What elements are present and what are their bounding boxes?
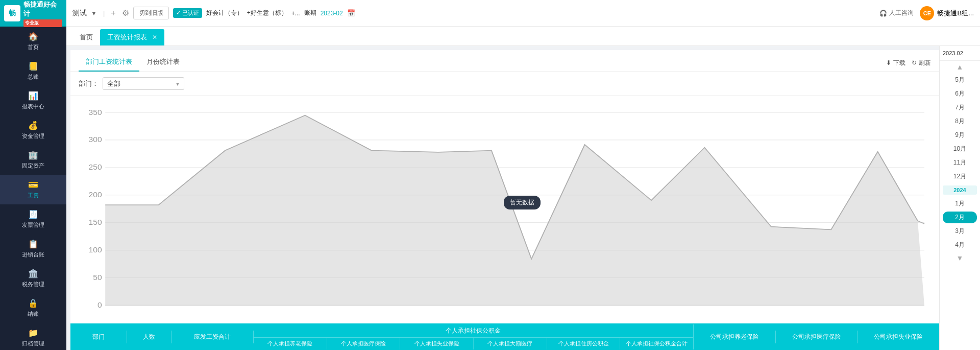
app-name: 畅捷通好会计 — [23, 0, 62, 18]
col-company-medical: 公司承担医疗保险 — [776, 331, 858, 343]
sidebar-label-sales: 进销台账 — [22, 251, 44, 259]
svg-text:350: 350 — [89, 108, 102, 116]
date-month-9[interactable]: 9月 — [940, 128, 980, 142]
date-up-btn[interactable]: ▲ — [940, 61, 980, 73]
settings-gear-icon[interactable]: ⚙ — [122, 8, 129, 18]
home-icon: 🏠 — [28, 32, 38, 41]
topbar-dropdown[interactable]: ▼ — [91, 10, 97, 17]
date-month-6[interactable]: 6月 — [940, 87, 980, 101]
date-month-5[interactable]: 5月 — [940, 73, 980, 87]
col-company-pension: 公司承担养老保险 — [694, 331, 776, 343]
sidebar-label-tax: 税务管理 — [22, 281, 44, 288]
date-current: 2023.02 — [943, 50, 963, 56]
chart-area: 350 300 250 200 150 100 50 0 — [70, 96, 939, 323]
ledger-icon: 📒 — [28, 61, 38, 71]
svg-marker-17 — [105, 115, 924, 306]
sidebar-item-funds[interactable]: 💰 资金管理 — [0, 115, 66, 145]
app-logo: 畅 畅捷通好会计 专业版 — [0, 0, 66, 27]
sidebar-item-invoice[interactable]: 🧾 发票管理 — [0, 204, 66, 234]
funds-icon: 💰 — [28, 121, 38, 130]
chart-panel: 部门工资统计表 月份统计表 ⬇ 下载 ↻ 刷新 — [70, 50, 939, 350]
invoice-icon: 🧾 — [28, 209, 38, 219]
logo-text-wrap: 畅捷通好会计 专业版 — [23, 0, 62, 27]
payroll-icon: 💳 — [28, 180, 38, 190]
dept-select[interactable]: 全部 — [103, 77, 184, 90]
col-company-pension-label: 公司承担养老保险 — [710, 333, 759, 340]
calendar-icon[interactable]: 📅 — [347, 9, 355, 17]
col-group-individual: 个人承担社保公积金 个人承担养老保险 个人承担医疗保险 个人承担失业保险 个人承… — [254, 324, 694, 349]
sidebar-item-sales[interactable]: 📋 进销台账 — [0, 234, 66, 264]
date-2024-m4[interactable]: 4月 — [940, 238, 980, 252]
topbar-right: 🎧 人工咨询 CE 畅捷通B组... — [879, 6, 974, 20]
group-cells: 个人承担养老保险 个人承担医疗保险 个人承担失业保险 个人承担大额医疗 个人承担… — [254, 338, 693, 349]
tab-close-icon[interactable]: ✕ — [152, 34, 157, 41]
add-button[interactable]: + — [111, 9, 115, 18]
tab-payroll-report[interactable]: 工资统计报表 ✕ — [100, 29, 164, 45]
topbar-title: 测试 — [72, 9, 87, 18]
tab-payroll-report-label: 工资统计报表 — [107, 33, 147, 41]
user-menu[interactable]: CE 畅捷通B组... — [920, 6, 974, 20]
assets-icon: 🏢 — [28, 150, 38, 160]
col-company-medical-label: 公司承担医疗保险 — [792, 333, 841, 340]
help-btn[interactable]: 🎧 人工咨询 — [879, 9, 914, 17]
date-month-10[interactable]: 10月 — [940, 142, 980, 156]
tag-good-business: +好生意（标） — [247, 9, 287, 17]
year-2024-badge: 2024 — [943, 185, 977, 195]
subtab-actions: ⬇ 下载 ↻ 刷新 — [886, 59, 931, 67]
tab-home[interactable]: 首页 — [72, 29, 100, 45]
sidebar: 畅 畅捷通好会计 专业版 🏠 首页 📒 总账 📊 报表中心 💰 资金管理 🏢 固… — [0, 0, 66, 350]
subtab-dept[interactable]: 部门工资统计表 — [79, 54, 139, 72]
period-value: 2023-02 — [321, 10, 343, 17]
switch-old-btn[interactable]: 切到旧版 — [133, 7, 169, 19]
sidebar-label-ledger: 总账 — [28, 73, 39, 81]
date-month-8[interactable]: 8月 — [940, 114, 980, 128]
sidebar-label-closing: 结账 — [28, 310, 39, 318]
subtab-monthly[interactable]: 月份统计表 — [139, 54, 187, 72]
date-month-7[interactable]: 7月 — [940, 101, 980, 114]
tag-more: +... — [291, 10, 300, 17]
col-dept-label: 部门 — [92, 333, 105, 340]
date-month-12[interactable]: 12月 — [940, 170, 980, 183]
col-company-unemployment-label: 公司承担失业保险 — [874, 333, 923, 340]
download-btn[interactable]: ⬇ 下载 — [886, 59, 905, 67]
tax-icon: 🏛️ — [28, 269, 38, 278]
group-header: 个人承担社保公积金 — [254, 324, 693, 338]
tab-home-label: 首页 — [80, 33, 93, 41]
help-label: 人工咨询 — [889, 9, 914, 17]
svg-text:200: 200 — [89, 191, 102, 199]
sidebar-item-tax[interactable]: 🏛️ 税务管理 — [0, 264, 66, 293]
svg-text:150: 150 — [89, 219, 102, 226]
reports-icon: 📊 — [28, 91, 38, 101]
refresh-btn[interactable]: ↻ 刷新 — [912, 59, 931, 67]
col-housing-fund: 个人承担住房公积金 — [547, 338, 621, 349]
tag-good-accounting: 好会计（专） — [206, 9, 243, 17]
sidebar-item-closing[interactable]: 🔒 结账 — [0, 293, 66, 323]
date-2024-m1[interactable]: 1月 — [940, 197, 980, 211]
user-name: 畅捷通B组... — [937, 9, 974, 18]
date-down-btn[interactable]: ▼ — [940, 252, 980, 264]
sidebar-item-reports[interactable]: 📊 报表中心 — [0, 86, 66, 115]
svg-text:300: 300 — [89, 136, 102, 144]
sidebar-item-home[interactable]: 🏠 首页 — [0, 27, 66, 56]
date-month-11[interactable]: 11月 — [940, 156, 980, 170]
subtab-bar: 部门工资统计表 月份统计表 ⬇ 下载 ↻ 刷新 — [70, 50, 939, 72]
sidebar-item-archive[interactable]: 📁 归档管理 — [0, 323, 66, 350]
sidebar-label-reports: 报表中心 — [22, 103, 44, 110]
date-2024-m3[interactable]: 3月 — [940, 224, 980, 238]
col-salary-label: 应发工资合计 — [194, 333, 231, 340]
topbar: 测试 ▼ | + ⚙ 切到旧版 ✓ 已认证 好会计（专） +好生意（标） +..… — [66, 0, 980, 27]
subtab-dept-label: 部门工资统计表 — [86, 58, 132, 65]
col-unemployment: 个人承担失业保险 — [400, 338, 474, 349]
table-footer: 部门 人数 应发工资合计 个人承担社保公积金 个人承担养老保险 个人承担医疗保险… — [70, 323, 939, 350]
sidebar-item-ledger[interactable]: 📒 总账 — [0, 56, 66, 86]
col-dept: 部门 — [70, 331, 127, 343]
sidebar-item-payroll[interactable]: 💳 工资 — [0, 175, 66, 204]
checkmark-icon: ✓ — [176, 10, 181, 16]
sidebar-item-assets[interactable]: 🏢 固定资产 — [0, 145, 66, 175]
col-pension: 个人承担养老保险 — [254, 338, 327, 349]
period-label: 账期 — [304, 9, 316, 17]
date-2024-m2[interactable]: 2月 — [943, 212, 977, 223]
sidebar-label-home: 首页 — [28, 43, 39, 51]
content-area: 部门工资统计表 月份统计表 ⬇ 下载 ↻ 刷新 — [66, 46, 980, 350]
area-chart: 350 300 250 200 150 100 50 0 — [79, 101, 931, 323]
